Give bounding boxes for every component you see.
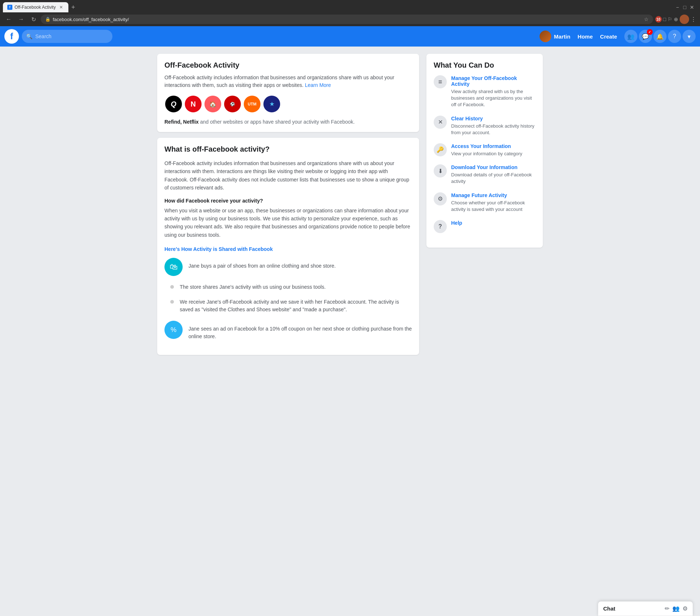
messenger-icon-button[interactable]: 💬 ✓: [639, 30, 652, 43]
action-content-manage: Manage Your Off-Facebook Activity View a…: [451, 75, 536, 108]
bullet-dot-2: [170, 300, 174, 304]
app-name-refind: Refind: [164, 119, 180, 125]
home-nav-link[interactable]: Home: [578, 33, 593, 40]
manage-icon: ≡: [434, 75, 447, 88]
action-content-access: Access Your Information View your inform…: [451, 143, 536, 157]
browser-menu-button[interactable]: ⋮: [691, 16, 696, 23]
app-name-netflix: , Netflix: [180, 119, 199, 125]
facebook-logo-f: f: [10, 31, 13, 41]
faq-intro-text: Off-Facebook activity includes informati…: [164, 159, 412, 192]
tab-title: Off-Facebook Activity: [15, 5, 56, 10]
app-icons-row: Q N 🏠 ⚽ UTM ★: [164, 95, 412, 113]
friends-icon-button[interactable]: 👥: [624, 30, 637, 43]
extension-button-4[interactable]: ⊕: [674, 16, 678, 22]
refresh-button[interactable]: ↻: [28, 14, 39, 24]
facebook-search-bar[interactable]: 🔍: [22, 30, 112, 43]
app-icon-sport: ⚽: [223, 95, 242, 113]
what-you-can-do-card: What You Can Do ≡ Manage Your Off-Facebo…: [426, 54, 543, 248]
left-panel: Off-Facebook Activity Off-Facebook activ…: [157, 54, 419, 355]
action-item-access: 🔑 Access Your Information View your info…: [434, 143, 536, 157]
faq-title: What is off-Facebook activity?: [164, 145, 412, 153]
browser-chrome: f Off-Facebook Activity ✕ + − □ ✕ ← → ↻ …: [0, 0, 700, 26]
extension-button-1[interactable]: 10: [655, 16, 662, 23]
app-icon-utmon: UTM: [243, 95, 261, 113]
chevron-down-icon: ▾: [688, 33, 691, 40]
bullet-dot-1: [170, 285, 174, 289]
page-title: Off-Facebook Activity: [164, 61, 412, 69]
avatar: [540, 31, 551, 42]
search-input[interactable]: [35, 33, 108, 39]
download-info-desc: Download details of your off-Facebook ac…: [451, 172, 536, 185]
facebook-nav-icons: 👥 💬 ✓ 🔔 ? ▾: [624, 30, 696, 43]
step-3-text: We receive Jane's off-Facebook activity …: [180, 298, 412, 313]
bell-icon: 🔔: [656, 33, 664, 40]
restore-button[interactable]: □: [683, 5, 687, 9]
access-info-link[interactable]: Access Your Information: [451, 143, 536, 149]
action-content-help: Help: [451, 220, 536, 227]
page-description: Off-Facebook activity includes informati…: [164, 74, 412, 89]
tab-favicon: f: [7, 5, 12, 10]
faq-subheading: How did Facebook receive your activity?: [164, 198, 412, 204]
activity-step-3: We receive Jane's off-Facebook activity …: [164, 298, 412, 313]
action-content-clear: Clear History Disconnect off-Facebook ac…: [451, 116, 536, 136]
active-tab[interactable]: f Off-Facebook Activity ✕: [3, 2, 68, 12]
address-extras: 10 □ ⚐ ⊕ ⋮: [655, 15, 696, 24]
help-icon-button[interactable]: ?: [668, 30, 681, 43]
access-icon: 🔑: [434, 143, 447, 156]
activity-step-2: The store shares Jane's activity with us…: [164, 283, 412, 291]
action-content-download: Download Your Information Download detai…: [451, 164, 536, 185]
action-item-future: ⚙ Manage Future Activity Choose whether …: [434, 192, 536, 213]
minimize-button[interactable]: −: [675, 5, 680, 9]
address-bar[interactable]: 🔒 ☆: [41, 15, 653, 24]
step-1-text: Jane buys a pair of shoes from an online…: [188, 258, 336, 270]
address-input[interactable]: [53, 17, 642, 22]
search-icon: 🔍: [26, 33, 32, 39]
clear-history-desc: Disconnect off-Facebook activity history…: [451, 123, 536, 136]
facebook-header: f 🔍 Martin Home Create 👥 💬 ✓ 🔔 ?: [0, 26, 700, 47]
step-1-icon: 🛍: [164, 258, 183, 276]
learn-more-link[interactable]: Learn More: [305, 82, 331, 88]
help-icon: ?: [673, 33, 676, 40]
extension-button-3[interactable]: ⚐: [668, 16, 672, 22]
extension-button-2[interactable]: □: [663, 16, 666, 22]
new-tab-button[interactable]: +: [68, 4, 78, 11]
step-4-text: Jane sees an ad on Facebook for a 10% of…: [188, 321, 412, 340]
app-icon-refind: Q: [164, 95, 183, 113]
create-nav-link[interactable]: Create: [600, 33, 617, 40]
download-info-link[interactable]: Download Your Information: [451, 164, 536, 170]
facebook-nav: Martin Home Create 👥 💬 ✓ 🔔 ? ▾: [540, 30, 696, 43]
activity-step-1: 🛍 Jane buys a pair of shoes from an onli…: [164, 258, 412, 276]
tab-bar: f Off-Facebook Activity ✕ + − □ ✕: [0, 0, 700, 12]
friends-icon: 👥: [627, 33, 635, 40]
off-facebook-activity-card: Off-Facebook Activity Off-Facebook activ…: [157, 54, 419, 132]
facebook-user-nav[interactable]: Martin: [540, 31, 570, 42]
app-description: Refind, Netflix and other websites or ap…: [164, 119, 412, 125]
address-bar-row: ← → ↻ 🔒 ☆ 10 □ ⚐ ⊕ ⋮: [0, 12, 700, 26]
account-chevron-button[interactable]: ▾: [683, 30, 696, 43]
notifications-icon-button[interactable]: 🔔: [653, 30, 667, 43]
facebook-logo[interactable]: f: [4, 29, 19, 44]
activity-section-title: Here's How Activity is Shared with Faceb…: [164, 246, 412, 252]
app-icon-airbnb: 🏠: [204, 95, 222, 113]
close-button[interactable]: ✕: [690, 5, 694, 9]
manage-activity-desc: View activity shared with us by the busi…: [451, 88, 536, 108]
bookmark-icon[interactable]: ☆: [644, 16, 649, 22]
access-info-desc: View your information by category: [451, 151, 536, 157]
manage-future-link[interactable]: Manage Future Activity: [451, 192, 536, 198]
app-icon-other: ★: [263, 95, 281, 113]
back-button[interactable]: ←: [4, 14, 14, 24]
clear-icon: ✕: [434, 116, 447, 129]
clear-history-link[interactable]: Clear History: [451, 116, 536, 121]
app-description-suffix: and other websites or apps have shared y…: [199, 119, 355, 125]
faq-sub-text: When you visit a website or use an app, …: [164, 207, 412, 239]
messenger-badge: ✓: [647, 29, 653, 35]
activity-step-4: % Jane sees an ad on Facebook for a 10% …: [164, 321, 412, 340]
lock-icon: 🔒: [45, 17, 51, 22]
help-link[interactable]: Help: [451, 220, 536, 226]
faq-card: What is off-Facebook activity? Off-Faceb…: [157, 138, 419, 355]
tab-close-button[interactable]: ✕: [58, 4, 64, 10]
forward-button[interactable]: →: [16, 14, 26, 24]
browser-profile-button[interactable]: [680, 15, 689, 24]
action-content-future: Manage Future Activity Choose whether yo…: [451, 192, 536, 213]
manage-activity-link[interactable]: Manage Your Off-Facebook Activity: [451, 75, 536, 87]
